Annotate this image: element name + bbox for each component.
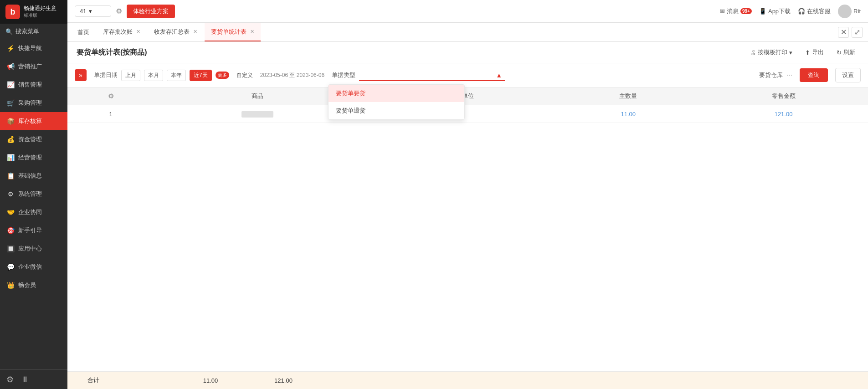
- user-area[interactable]: Rit: [838, 5, 861, 18]
- logo-icon: b: [5, 5, 20, 19]
- sidebar-item-quick-nav[interactable]: ⚡ 快捷导航: [0, 39, 67, 57]
- sidebar-item-guide[interactable]: 🎯 新手引导: [0, 221, 67, 240]
- username: Rit: [853, 8, 861, 15]
- export-btn[interactable]: ⬆ 导出: [801, 46, 827, 58]
- sidebar-item-purchase[interactable]: 🛒 采购管理: [0, 94, 67, 112]
- messages-label: 消息: [727, 7, 739, 15]
- dropdown-item-order-return[interactable]: 要货单退货: [329, 102, 464, 119]
- sidebar-item-sales[interactable]: 📈 销售管理: [0, 76, 67, 94]
- tab-batch-account[interactable]: 库存批次账 ✕: [97, 23, 147, 41]
- topbar: 41 ▾ ⚙ 体验行业方案 ✉ 消息 99+ 📱 App下载 🎧 在线客服 R: [67, 0, 868, 23]
- sidebar-label-system: 系统管理: [18, 190, 42, 198]
- tab-recv-summary-close[interactable]: ✕: [193, 29, 197, 35]
- brand-name: 畅捷通好生意: [24, 5, 56, 12]
- sidebar-label-basic: 基础信息: [18, 172, 42, 180]
- search-icon: 🔍: [5, 28, 13, 35]
- row-amount: 121.00: [699, 105, 868, 123]
- search-menu-label: 搜索菜单: [15, 27, 39, 36]
- page-header: 要货单统计表(按商品) 🖨 按模板打印 ▾ ⬆ 导出 ↻ 刷新: [67, 42, 868, 63]
- app-download-btn[interactable]: 📱 App下载: [759, 7, 791, 15]
- date-filter-label: 单据日期: [94, 71, 118, 79]
- col-amount: 零售金额: [699, 87, 868, 105]
- table-settings-icon[interactable]: ⚙: [108, 92, 114, 100]
- tab-order-stat[interactable]: 要货单统计表 ✕: [205, 23, 261, 41]
- logo-area: b 畅捷通好生意 标准版: [0, 0, 67, 24]
- warehouse-more-icon[interactable]: ···: [786, 71, 792, 79]
- type-dropdown-menu: 要货单要货 要货单退货: [328, 84, 465, 120]
- industry-btn[interactable]: 体验行业方案: [127, 5, 175, 18]
- period-this-month[interactable]: 本月: [144, 70, 163, 81]
- sidebar-item-finance[interactable]: 💰 资金管理: [0, 130, 67, 148]
- custom-period-btn[interactable]: 自定义: [233, 70, 257, 81]
- marketing-icon: 📢: [6, 63, 15, 70]
- footer-quantity: 11.00: [165, 377, 256, 384]
- dropdown-item-order-purchase[interactable]: 要货单要货: [329, 85, 464, 102]
- filter-settings-btn[interactable]: 设置: [835, 68, 861, 82]
- type-input-wrapper: ▲: [359, 70, 505, 81]
- online-service-label: 在线客服: [807, 7, 831, 15]
- inventory-icon: 📦: [6, 118, 15, 125]
- print-btn[interactable]: 🖨 按模板打印 ▾: [746, 46, 796, 58]
- sidebar-item-enterprise[interactable]: 🤝 企业协同: [0, 203, 67, 221]
- period-this-year[interactable]: 本年: [167, 70, 186, 81]
- warehouse-filter-group: 要货仓库 ···: [759, 71, 792, 79]
- sidebar-label-sales: 销售管理: [18, 81, 42, 89]
- refresh-icon: ↻: [837, 49, 842, 56]
- data-table: ⚙ 商品 主计量单位 主数量 零售金额 1 块: [67, 87, 868, 123]
- filter-toggle-btn[interactable]: »: [75, 69, 87, 81]
- settings-gear-icon[interactable]: ⚙: [116, 7, 122, 15]
- query-btn[interactable]: 查询: [800, 68, 828, 82]
- system-icon: ⚙: [6, 190, 15, 198]
- main-area: 41 ▾ ⚙ 体验行业方案 ✉ 消息 99+ 📱 App下载 🎧 在线客服 R: [67, 0, 868, 389]
- sidebar-label-marketing: 营销推广: [18, 62, 42, 71]
- operation-icon: 📊: [6, 154, 15, 161]
- type-input[interactable]: [359, 70, 505, 81]
- tab-recv-summary-label: 收发存汇总表: [154, 28, 190, 36]
- search-menu[interactable]: 🔍 搜索菜单: [0, 24, 67, 39]
- chevron-print-icon: ▾: [789, 49, 792, 56]
- app-download-label: App下载: [768, 7, 791, 15]
- period-prev-month[interactable]: 上月: [121, 70, 140, 81]
- store-selector[interactable]: 41 ▾: [75, 5, 111, 17]
- sidebar-label-finance: 资金管理: [18, 135, 42, 143]
- tab-order-stat-close[interactable]: ✕: [250, 29, 254, 35]
- filter-bar: » 单据日期 上月 本月 本年 近7天 更多 自定义 2023-05-06 至 …: [67, 63, 868, 87]
- sidebar-item-weixin[interactable]: 💬 企业微信: [0, 258, 67, 276]
- sidebar-item-system[interactable]: ⚙ 系统管理: [0, 185, 67, 203]
- weixin-icon: 💬: [6, 263, 15, 271]
- table-header-row: ⚙ 商品 主计量单位 主数量 零售金额: [67, 87, 868, 105]
- sidebar-item-marketing[interactable]: 📢 营销推广: [0, 57, 67, 76]
- sidebar-label-enterprise: 企业协同: [18, 208, 42, 216]
- tab-batch-account-close[interactable]: ✕: [136, 29, 140, 35]
- type-filter-label: 单据类型: [332, 71, 355, 79]
- type-filter-group: 单据类型 ▲: [332, 70, 752, 81]
- sidebar-item-app-center[interactable]: 🔲 应用中心: [0, 240, 67, 258]
- sidebar-item-operation[interactable]: 📊 经营管理: [0, 148, 67, 167]
- sidebar-item-inventory[interactable]: 📦 库存核算: [0, 112, 67, 130]
- online-service-btn[interactable]: 🎧 在线客服: [798, 7, 831, 15]
- collapse-icon[interactable]: ⏸: [21, 375, 29, 384]
- tab-close-all-btn[interactable]: ✕: [838, 27, 849, 38]
- tab-recv-summary[interactable]: 收发存汇总表 ✕: [148, 23, 204, 41]
- settings-bottom-icon[interactable]: ⚙: [6, 374, 14, 384]
- tab-home[interactable]: 首页: [71, 23, 96, 41]
- message-icon: ✉: [720, 8, 725, 15]
- tabbar: 首页 库存批次账 ✕ 收发存汇总表 ✕ 要货单统计表 ✕ ✕ ⤢: [67, 23, 868, 42]
- sidebar-label-guide: 新手引导: [18, 226, 42, 235]
- more-periods-badge[interactable]: 更多: [216, 72, 229, 79]
- enterprise-icon: 🤝: [6, 209, 15, 216]
- amount-link[interactable]: 121.00: [775, 111, 793, 118]
- messages-btn[interactable]: ✉ 消息 99+: [720, 7, 752, 15]
- sidebar-item-member[interactable]: 👑 畅会员: [0, 276, 67, 294]
- col-quantity: 主数量: [558, 87, 699, 105]
- sidebar-item-basic[interactable]: 📋 基础信息: [0, 167, 67, 185]
- tab-expand-btn[interactable]: ⤢: [852, 27, 863, 38]
- avatar: [838, 5, 852, 18]
- refresh-btn[interactable]: ↻ 刷新: [833, 46, 859, 58]
- quantity-link[interactable]: 11.00: [621, 111, 636, 118]
- finance-icon: 💰: [6, 136, 15, 143]
- type-dropdown-up-arrow[interactable]: ▲: [496, 72, 502, 79]
- sidebar-nav: ⚡ 快捷导航 📢 营销推广 📈 销售管理 🛒 采购管理 📦 库存核算 💰 资金管…: [0, 39, 67, 369]
- period-recent7[interactable]: 近7天: [190, 70, 212, 81]
- service-icon: 🎧: [798, 8, 805, 15]
